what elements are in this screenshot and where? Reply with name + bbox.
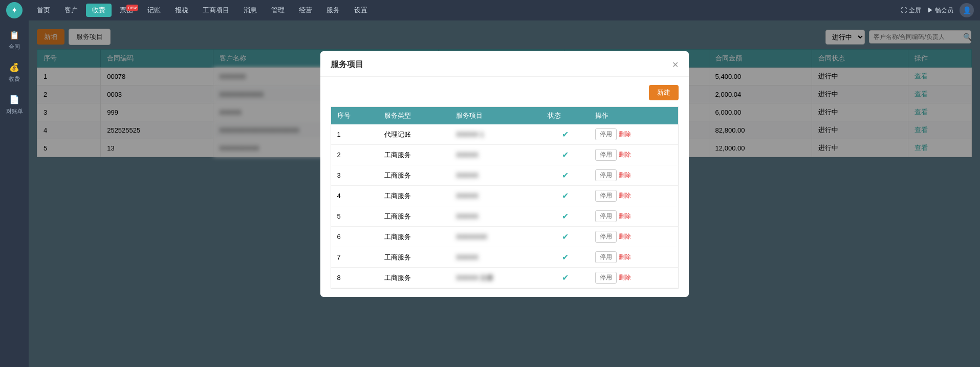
status-check-icon: ✔ [562,273,569,282]
user-avatar[interactable]: 👤 [960,3,974,17]
nav-item-经营[interactable]: 经营 [293,4,318,17]
modal-close-button[interactable]: ✕ [672,60,679,70]
modal-seq: 8 [331,268,378,288]
stop-button[interactable]: 停用 [595,231,617,243]
content-area: 新增 服务项目 进行中全部已完成已停止 🔍 序号合同编码客户名称服务项目▲服务期… [29,20,980,367]
stop-button[interactable]: 停用 [595,149,617,161]
nav-item-设置[interactable]: 设置 [348,4,374,17]
nav-item-记账[interactable]: 记账 [141,4,167,17]
modal-table-row: 1代理记账XXXXX 1✔停用删除 [331,124,678,145]
stop-button[interactable]: 停用 [595,251,617,263]
stop-button[interactable]: 停用 [595,128,617,140]
status-check-icon: ✔ [562,171,569,180]
modal-seq: 1 [331,124,378,145]
modal-col-操作: 操作 [589,107,678,124]
modal-status: ✔ [541,268,589,288]
status-check-icon: ✔ [562,212,569,221]
delete-button[interactable]: 删除 [619,273,631,282]
modal-new-button[interactable]: 新建 [649,85,679,100]
nav-item-收费[interactable]: 收费 [86,4,112,17]
modal-seq: 2 [331,145,378,165]
sidebar-icon: 💰 [8,61,20,73]
delete-button[interactable]: 删除 [619,150,631,159]
member-btn[interactable]: ▶ 畅会员 [927,6,953,15]
modal-table-row: 8工商服务XXXXX 注册✔停用删除 [331,268,678,288]
modal-status: ✔ [541,186,589,206]
modal-table-header: 序号服务类型服务项目状态操作 [331,107,678,124]
service-modal: 服务项目 ✕ 新建 序号服务类型服务项目状态操作 1代理记账XXXXX 1✔停用… [320,51,689,297]
nav-item-报税[interactable]: 报税 [169,4,194,17]
sidebar-item-对账单[interactable]: 📄对账单 [2,89,27,119]
service-items-table: 序号服务类型服务项目状态操作 1代理记账XXXXX 1✔停用删除2工商服务XXX… [331,107,678,288]
modal-title: 服务项目 [331,59,363,70]
nav-item-票据[interactable]: 票据new [114,4,139,17]
sidebar-label: 合同 [9,43,20,51]
stop-button[interactable]: 停用 [595,272,617,284]
delete-button[interactable]: 删除 [619,212,631,221]
nav-items: 首页客户收费票据new记账报税工商项目消息管理经营服务设置 [31,4,901,17]
modal-service-item: XXXXX 注册 [450,268,541,288]
modal-service-type: 工商服务 [378,145,450,165]
modal-service-type: 工商服务 [378,247,450,268]
sidebar: 📋合同💰收费📄对账单 [0,20,29,367]
modal-op: 停用删除 [589,227,678,247]
delete-button[interactable]: 删除 [619,191,631,200]
modal-service-type: 代理记账 [378,124,450,145]
status-check-icon: ✔ [562,130,569,139]
modal-scroll-area[interactable]: 序号服务类型服务项目状态操作 1代理记账XXXXX 1✔停用删除2工商服务XXX… [331,106,679,289]
modal-toolbar: 新建 [331,85,679,100]
delete-button[interactable]: 删除 [619,130,631,139]
modal-status: ✔ [541,124,589,145]
modal-service-type: 工商服务 [378,227,450,247]
modal-col-服务项目: 服务项目 [450,107,541,124]
sidebar-label: 收费 [9,75,20,83]
top-navigation: ✦ 首页客户收费票据new记账报税工商项目消息管理经营服务设置 ⛶ 全屏 ▶ 畅… [0,0,980,20]
modal-seq: 4 [331,186,378,206]
right-actions: ⛶ 全屏 ▶ 畅会员 👤 [901,3,974,17]
modal-op: 停用删除 [589,165,678,186]
sidebar-icon: 📋 [8,29,20,41]
modal-service-type: 工商服务 [378,186,450,206]
sidebar-item-合同[interactable]: 📋合同 [2,25,27,55]
modal-table-row: 2工商服务XXXXX✔停用删除 [331,145,678,165]
sidebar-item-收费[interactable]: 💰收费 [2,57,27,87]
modal-table-row: 6工商服务XXXXXXX✔停用删除 [331,227,678,247]
fullscreen-btn[interactable]: ⛶ 全屏 [901,6,921,15]
stop-button[interactable]: 停用 [595,190,617,202]
modal-status: ✔ [541,206,589,227]
modal-header-row: 序号服务类型服务项目状态操作 [331,107,678,124]
modal-status: ✔ [541,145,589,165]
modal-service-item: XXXXX [450,186,541,206]
nav-item-管理[interactable]: 管理 [265,4,291,17]
modal-service-item: XXXXX [450,247,541,268]
modal-col-序号: 序号 [331,107,378,124]
modal-table-row: 5工商服务XXXXX✔停用删除 [331,206,678,227]
status-check-icon: ✔ [562,232,569,241]
modal-service-item: XXXXX 1 [450,124,541,145]
sidebar-label: 对账单 [6,107,23,115]
app-logo: ✦ [6,2,23,18]
modal-status: ✔ [541,165,589,186]
modal-seq: 3 [331,165,378,186]
modal-service-type: 工商服务 [378,268,450,288]
nav-item-服务[interactable]: 服务 [320,4,346,17]
modal-table-row: 3工商服务XXXXX✔停用删除 [331,165,678,186]
modal-service-type: 工商服务 [378,165,450,186]
delete-button[interactable]: 删除 [619,232,631,241]
stop-button[interactable]: 停用 [595,169,617,181]
modal-status: ✔ [541,227,589,247]
modal-op: 停用删除 [589,145,678,165]
stop-button[interactable]: 停用 [595,210,617,222]
nav-item-客户[interactable]: 客户 [58,4,84,17]
delete-button[interactable]: 删除 [619,171,631,180]
modal-col-服务类型: 服务类型 [378,107,450,124]
delete-button[interactable]: 删除 [619,253,631,262]
main-layout: 📋合同💰收费📄对账单 新增 服务项目 进行中全部已完成已停止 🔍 序号合同编码客… [0,20,980,367]
modal-table-row: 7工商服务XXXXX✔停用删除 [331,247,678,268]
modal-seq: 5 [331,206,378,227]
modal-seq: 7 [331,247,378,268]
nav-item-工商项目[interactable]: 工商项目 [197,4,235,17]
modal-body: 新建 序号服务类型服务项目状态操作 1代理记账XXXXX 1✔停用删除2工商服务… [320,77,689,297]
nav-item-首页[interactable]: 首页 [31,4,56,17]
nav-item-消息[interactable]: 消息 [237,4,263,17]
